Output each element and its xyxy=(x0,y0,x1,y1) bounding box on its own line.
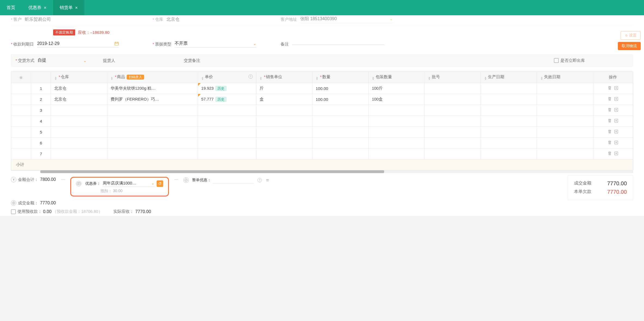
delivery-remark-input[interactable] xyxy=(203,60,253,61)
cell-warehouse[interactable] xyxy=(51,105,107,116)
cell-prod-date[interactable] xyxy=(481,127,537,138)
help-icon[interactable]: ? xyxy=(257,178,262,182)
add-row-button[interactable] xyxy=(614,86,618,90)
delete-row-button[interactable] xyxy=(607,97,612,101)
cell-batch[interactable] xyxy=(425,127,481,138)
picker-input[interactable] xyxy=(119,60,168,61)
cell-warehouse[interactable] xyxy=(51,149,107,159)
col-product[interactable]: ▲▼*商品扫码录入 xyxy=(107,72,198,83)
cell-product[interactable] xyxy=(107,138,198,149)
cell-prod-date[interactable] xyxy=(481,105,537,116)
delivery-method-select[interactable]: 自提 ⌄ xyxy=(38,57,87,63)
cell-batch[interactable] xyxy=(425,105,481,116)
col-exp-date[interactable]: ▲▼失效日期 xyxy=(537,72,593,83)
cell-qty[interactable] xyxy=(312,105,368,116)
history-badge[interactable]: 历史 xyxy=(215,86,227,91)
cell-price[interactable] xyxy=(198,138,256,149)
cell-product[interactable] xyxy=(107,127,198,138)
cell-pack[interactable] xyxy=(368,138,424,149)
use-prepay-checkbox[interactable] xyxy=(11,209,16,214)
cell-unit[interactable] xyxy=(256,116,312,127)
add-row-button[interactable] xyxy=(614,140,618,145)
cell-pack[interactable]: 100斤 xyxy=(368,83,424,94)
cell-pack[interactable] xyxy=(368,127,424,138)
address-select[interactable]: 张阳 18513400390 ⌄ xyxy=(300,16,393,23)
scan-entry-badge[interactable]: 扫码录入 xyxy=(127,75,144,80)
delete-row-button[interactable] xyxy=(607,140,612,145)
cell-unit[interactable] xyxy=(256,127,312,138)
table-settings-button[interactable] xyxy=(11,72,31,83)
cell-qty[interactable]: 100.00 xyxy=(312,94,368,105)
cell-qty[interactable] xyxy=(312,138,368,149)
cell-unit[interactable] xyxy=(256,138,312,149)
delete-row-button[interactable] xyxy=(607,86,612,90)
cell-prod-date[interactable] xyxy=(481,94,537,105)
invoice-type-select[interactable]: 不开票 ⌄ xyxy=(175,41,256,48)
cell-price[interactable] xyxy=(198,105,256,116)
cell-warehouse[interactable]: 北京仓 xyxy=(51,83,107,94)
warehouse-value[interactable]: 北京仓 xyxy=(166,17,215,22)
cell-qty[interactable]: 100.00 xyxy=(312,83,368,94)
cancel-logistics-button[interactable]: 取消物流 xyxy=(618,42,641,50)
cell-price[interactable] xyxy=(198,149,256,159)
col-qty[interactable]: ▲▼*数量 xyxy=(312,72,368,83)
col-price[interactable]: ▲▼单价? xyxy=(198,72,256,83)
tab-sales-order[interactable]: 销货单✕ xyxy=(53,0,84,15)
settings-button[interactable]: 设置 xyxy=(621,31,641,40)
help-icon[interactable]: ? xyxy=(248,74,253,79)
cell-batch[interactable] xyxy=(425,138,481,149)
cell-unit[interactable] xyxy=(256,149,312,159)
delete-row-button[interactable] xyxy=(607,119,612,123)
tab-coupon[interactable]: 优惠券✕ xyxy=(22,0,53,15)
horizontal-scrollbar[interactable] xyxy=(40,170,633,173)
tab-home[interactable]: 首页 xyxy=(0,0,22,15)
cell-pack[interactable] xyxy=(368,116,424,127)
payment-due-date-input[interactable]: 2019-12-29 xyxy=(37,41,119,47)
add-row-button[interactable] xyxy=(614,151,618,156)
immediate-out-checkbox[interactable] xyxy=(554,58,559,63)
cell-warehouse[interactable]: 北京仓 xyxy=(51,94,107,105)
delete-row-button[interactable] xyxy=(607,108,612,112)
cell-prod-date[interactable] xyxy=(481,116,537,127)
col-unit[interactable]: ▲▼*销售单位 xyxy=(256,72,312,83)
delete-row-button[interactable] xyxy=(607,151,612,156)
col-warehouse[interactable]: ▲▼*仓库 xyxy=(51,72,107,83)
cell-price[interactable] xyxy=(198,116,256,127)
cell-pack[interactable]: 100盒 xyxy=(368,94,424,105)
cell-exp-date[interactable] xyxy=(537,116,593,127)
cell-product[interactable] xyxy=(107,149,198,159)
cell-pack[interactable] xyxy=(368,105,424,116)
col-pack-qty[interactable]: ▲▼包装数量 xyxy=(368,72,424,83)
cell-batch[interactable] xyxy=(425,149,481,159)
coupon-select[interactable]: 周年店庆满1000… ⌄ xyxy=(103,181,154,187)
remark-input[interactable] xyxy=(292,44,385,45)
add-row-button[interactable] xyxy=(614,97,618,101)
cell-unit[interactable] xyxy=(256,105,312,116)
add-row-button[interactable] xyxy=(614,129,618,134)
cell-product[interactable]: 费列罗（FERRERO）巧… xyxy=(107,94,198,105)
cell-exp-date[interactable] xyxy=(537,105,593,116)
cell-product[interactable]: 华美华夫软饼1200g 糕… xyxy=(107,83,198,94)
cell-qty[interactable] xyxy=(312,127,368,138)
close-icon[interactable]: ✕ xyxy=(75,6,78,10)
cell-exp-date[interactable] xyxy=(537,138,593,149)
cell-qty[interactable] xyxy=(312,149,368,159)
cell-price[interactable]: 19.923历史 xyxy=(198,83,256,94)
cell-exp-date[interactable] xyxy=(537,149,593,159)
col-prod-date[interactable]: ▲▼生产日期 xyxy=(481,72,537,83)
cell-prod-date[interactable] xyxy=(481,149,537,159)
cell-batch[interactable] xyxy=(425,83,481,94)
cell-warehouse[interactable] xyxy=(51,138,107,149)
add-row-button[interactable] xyxy=(614,108,618,112)
cell-prod-date[interactable] xyxy=(481,138,537,149)
customer-value[interactable]: 昕乐贸易公司 xyxy=(25,17,74,22)
cell-qty[interactable] xyxy=(312,116,368,127)
cell-pack[interactable] xyxy=(368,149,424,159)
cell-exp-date[interactable] xyxy=(537,127,593,138)
col-batch[interactable]: ▲▼批号 xyxy=(425,72,481,83)
cell-batch[interactable] xyxy=(425,94,481,105)
cell-exp-date[interactable] xyxy=(537,94,593,105)
whole-discount-input[interactable] xyxy=(213,177,254,183)
close-icon[interactable]: ✕ xyxy=(44,6,47,10)
cell-prod-date[interactable] xyxy=(481,83,537,94)
